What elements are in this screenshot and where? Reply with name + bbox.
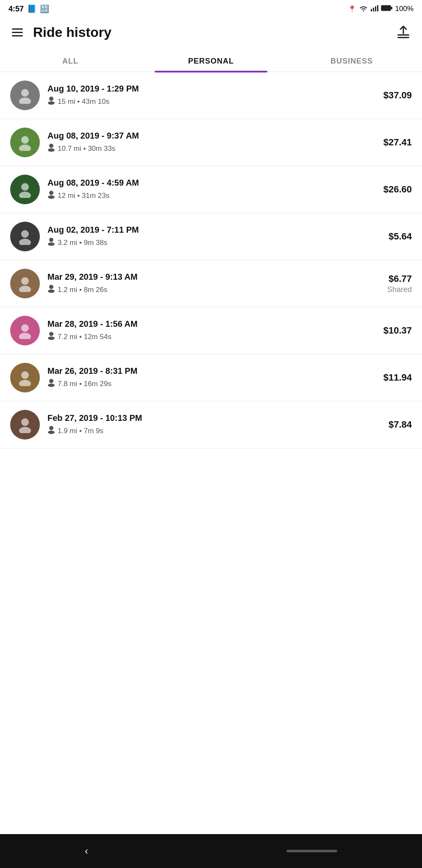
svg-point-27 <box>48 289 55 293</box>
back-button[interactable]: ‹ <box>85 845 88 857</box>
ride-datetime: Mar 26, 2019 - 8:31 PM <box>47 366 376 376</box>
tab-personal[interactable]: PERSONAL <box>141 49 281 72</box>
svg-rect-7 <box>397 37 409 38</box>
bottom-nav-bar: ‹ <box>0 834 422 868</box>
ride-details: 12 mi • 31m 23s <box>47 190 376 201</box>
ride-details: 7.8 mi • 16m 29s <box>47 378 376 389</box>
export-button[interactable] <box>395 24 412 41</box>
svg-point-21 <box>19 239 31 245</box>
svg-point-35 <box>48 384 55 387</box>
ride-info: Aug 08, 2019 - 9:37 AM 10.7 mi • 30m 33s <box>47 131 376 154</box>
tab-all[interactable]: ALL <box>0 49 141 72</box>
ride-datetime: Aug 02, 2019 - 7:11 PM <box>47 225 381 235</box>
svg-point-30 <box>49 332 53 336</box>
svg-point-36 <box>21 418 29 426</box>
signal-icon <box>371 5 378 13</box>
ride-info: Aug 08, 2019 - 4:59 AM 12 mi • 31m 23s <box>47 178 376 201</box>
wifi-icon <box>359 5 368 13</box>
svg-point-8 <box>21 89 29 97</box>
svg-point-12 <box>21 136 29 144</box>
ride-datetime: Mar 29, 2019 - 9:13 AM <box>47 272 380 282</box>
ride-price: $26.60 <box>383 184 412 195</box>
svg-point-16 <box>21 183 29 191</box>
ride-distance: 15 mi • 43m 10s <box>58 97 109 106</box>
ride-item[interactable]: Aug 08, 2019 - 4:59 AM 12 mi • 31m 23s $… <box>0 166 422 213</box>
svg-point-34 <box>49 379 53 383</box>
ride-price-col: $7.84 <box>389 419 412 430</box>
svg-point-23 <box>48 242 55 246</box>
ride-price-col: $6.77 Shared <box>387 273 412 294</box>
ride-item[interactable]: Aug 08, 2019 - 9:37 AM 10.7 mi • 30m 33s… <box>0 119 422 166</box>
home-indicator[interactable] <box>286 850 337 852</box>
svg-rect-0 <box>371 9 372 11</box>
driver-avatar <box>10 363 40 392</box>
tab-business[interactable]: BUSINESS <box>281 49 422 72</box>
ride-details: 3.2 mi • 9m 38s <box>47 237 381 248</box>
svg-point-29 <box>19 333 31 339</box>
svg-point-9 <box>19 97 31 104</box>
ride-datetime: Aug 08, 2019 - 4:59 AM <box>47 178 376 188</box>
ride-datetime: Aug 08, 2019 - 9:37 AM <box>47 131 376 141</box>
svg-point-19 <box>48 195 55 199</box>
person-icon <box>47 426 55 436</box>
facebook-icon: 📘 <box>27 4 36 14</box>
ride-datetime: Aug 10, 2019 - 1:29 PM <box>47 84 376 94</box>
ride-price-col: $11.94 <box>383 372 412 383</box>
svg-rect-2 <box>375 6 376 11</box>
svg-point-11 <box>48 101 55 105</box>
svg-point-26 <box>49 285 53 289</box>
ride-details: 7.2 mi • 12m 54s <box>47 331 376 342</box>
svg-point-38 <box>49 426 53 430</box>
ride-price-col: $37.09 <box>383 90 412 101</box>
driver-avatar <box>10 128 40 157</box>
ride-item[interactable]: Mar 28, 2019 - 1:56 AM 7.2 mi • 12m 54s … <box>0 307 422 354</box>
battery-percent: 100% <box>395 5 414 13</box>
menu-button[interactable] <box>10 27 25 38</box>
ride-distance: 10.7 mi • 30m 33s <box>58 145 115 153</box>
svg-rect-4 <box>381 6 391 11</box>
ride-price-col: $10.37 <box>383 325 412 336</box>
status-bar: 4:57 📘 🔡 📍 100% <box>0 0 422 17</box>
ride-info: Mar 26, 2019 - 8:31 PM 7.8 mi • 16m 29s <box>47 366 376 389</box>
svg-point-31 <box>48 337 55 340</box>
status-time: 4:57 <box>8 5 24 14</box>
driver-avatar <box>10 316 40 345</box>
svg-rect-5 <box>391 7 392 9</box>
svg-point-39 <box>48 431 55 434</box>
battery-icon <box>381 5 393 13</box>
driver-avatar <box>10 269 40 298</box>
ride-price-col: $26.60 <box>383 184 412 195</box>
ride-item[interactable]: Mar 29, 2019 - 9:13 AM 1.2 mi • 8m 26s $… <box>0 260 422 307</box>
svg-rect-1 <box>373 8 374 11</box>
ride-item[interactable]: Mar 26, 2019 - 8:31 PM 7.8 mi • 16m 29s … <box>0 354 422 401</box>
ride-price: $27.41 <box>383 137 412 148</box>
person-icon <box>47 331 55 342</box>
svg-point-18 <box>49 191 53 195</box>
driver-avatar <box>10 81 40 110</box>
page-title: Ride history <box>33 25 395 40</box>
ride-distance: 7.2 mi • 12m 54s <box>58 333 111 341</box>
ride-info: Mar 28, 2019 - 1:56 AM 7.2 mi • 12m 54s <box>47 319 376 342</box>
ride-details: 10.7 mi • 30m 33s <box>47 143 376 154</box>
ride-list: Aug 10, 2019 - 1:29 PM 15 mi • 43m 10s $… <box>0 72 422 448</box>
driver-avatar <box>10 222 40 251</box>
driver-avatar <box>10 175 40 204</box>
ride-details: 15 mi • 43m 10s <box>47 96 376 107</box>
ride-item[interactable]: Aug 10, 2019 - 1:29 PM 15 mi • 43m 10s $… <box>0 72 422 119</box>
ride-distance: 3.2 mi • 9m 38s <box>58 239 107 247</box>
svg-point-13 <box>19 145 31 151</box>
ride-item[interactable]: Aug 02, 2019 - 7:11 PM 3.2 mi • 9m 38s $… <box>0 213 422 260</box>
ride-price: $10.37 <box>383 325 412 336</box>
tabs: ALL PERSONAL BUSINESS <box>0 49 422 72</box>
ride-distance: 1.9 mi • 7m 9s <box>58 427 103 435</box>
ride-info: Aug 02, 2019 - 7:11 PM 3.2 mi • 9m 38s <box>47 225 381 248</box>
svg-rect-3 <box>377 5 378 11</box>
ride-distance: 7.8 mi • 16m 29s <box>58 380 111 388</box>
ride-datetime: Feb 27, 2019 - 10:13 PM <box>47 413 381 423</box>
ride-info: Feb 27, 2019 - 10:13 PM 1.9 mi • 7m 9s <box>47 413 381 436</box>
svg-point-33 <box>19 380 31 386</box>
ride-price: $6.77 <box>387 273 412 284</box>
ride-info: Mar 29, 2019 - 9:13 AM 1.2 mi • 8m 26s <box>47 272 380 295</box>
person-icon <box>47 284 55 295</box>
ride-item[interactable]: Feb 27, 2019 - 10:13 PM 1.9 mi • 7m 9s $… <box>0 401 422 448</box>
